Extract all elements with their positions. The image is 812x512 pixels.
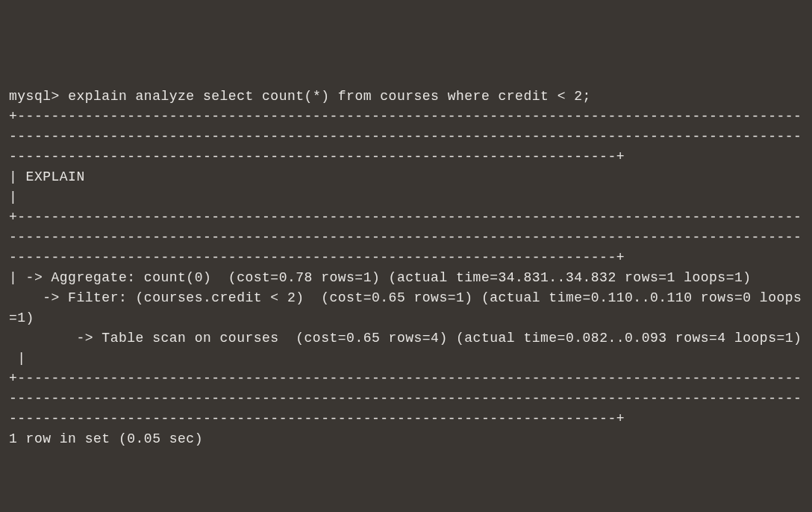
terminal-output: mysql> explain analyze select count(*) f… xyxy=(9,87,803,449)
result-status: 1 row in set (0.05 sec) xyxy=(9,431,203,446)
table-border-mid: +---------------------------------------… xyxy=(9,210,802,265)
explain-plan-body: | -> Aggregate: count(0) (cost=0.78 rows… xyxy=(9,270,802,366)
mysql-prompt: mysql> xyxy=(9,89,68,104)
table-border-top: +---------------------------------------… xyxy=(9,109,802,164)
explain-header: | EXPLAIN xyxy=(9,169,812,205)
sql-command: explain analyze select count(*) from cou… xyxy=(68,89,591,104)
table-border-bottom: +---------------------------------------… xyxy=(9,371,802,426)
